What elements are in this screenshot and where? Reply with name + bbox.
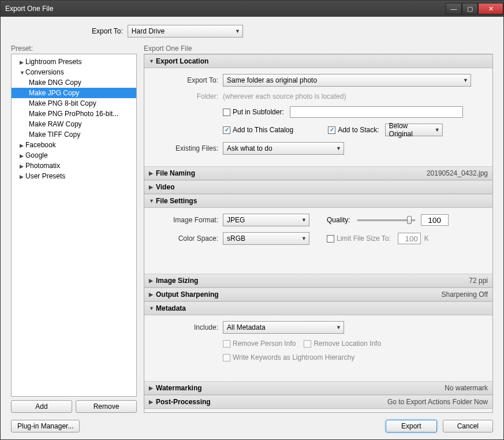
remove-preset-button[interactable]: Remove <box>76 400 137 413</box>
maximize-button[interactable]: ▢ <box>462 3 478 14</box>
settings-column: Export One File ▼ Export Location Export… <box>144 44 493 413</box>
image-format-dropdown[interactable]: JPEG ▼ <box>223 214 309 226</box>
export-to-dropdown[interactable]: Hard Drive ▼ <box>128 25 243 38</box>
subfolder-input[interactable] <box>290 106 463 118</box>
section-header-file-naming[interactable]: ▶ File Naming 20190524_0432.jpg <box>144 166 492 180</box>
preset-group-photomatix[interactable]: ▶Photomatix <box>12 161 136 171</box>
chevron-down-icon: ▼ <box>301 236 307 241</box>
disclosure-right-icon: ▶ <box>149 385 156 391</box>
slider-track <box>357 219 415 221</box>
quality-input[interactable] <box>421 214 449 226</box>
limit-file-size-label: Limit File Size To: <box>337 234 391 243</box>
export-button[interactable]: Export <box>386 420 437 432</box>
add-to-stack-checkbox[interactable] <box>328 126 335 134</box>
preset-group-user[interactable]: ▶User Presets <box>12 171 136 181</box>
titlebar[interactable]: Export One File — ▢ ✕ <box>1 1 503 17</box>
add-to-catalog-label: Add to This Catalog <box>233 126 293 134</box>
post-processing-summary: Go to Export Actions Folder Now <box>387 398 488 406</box>
section-header-image-sizing[interactable]: ▶ Image Sizing 72 ppi <box>144 274 492 288</box>
preset-scroll[interactable]: ▶Lightroom Presets ▼Conversions Make DNG… <box>12 54 136 396</box>
section-header-video[interactable]: ▶ Video <box>144 180 492 194</box>
disclosure-right-icon: ▶ <box>20 153 25 159</box>
limit-unit: K <box>424 234 429 243</box>
section-body: Include: All Metadata ▼ Remove Person In… <box>144 315 492 381</box>
export-to-value: Hard Drive <box>132 27 165 35</box>
close-button[interactable]: ✕ <box>478 3 503 14</box>
section-header-watermarking[interactable]: ▶ Watermarking No watermark <box>144 381 492 395</box>
watermarking-summary: No watermark <box>445 384 488 392</box>
preset-group-conversions[interactable]: ▼Conversions <box>12 67 136 77</box>
disclosure-right-icon: ▶ <box>149 170 156 176</box>
preset-group-facebook[interactable]: ▶Facebook <box>12 140 136 150</box>
section-header-file-settings[interactable]: ▼ File Settings <box>144 194 492 208</box>
write-keywords-checkbox[interactable] <box>223 354 230 361</box>
location-export-to-dropdown[interactable]: Same folder as original photo ▼ <box>223 74 471 87</box>
section-export-location: ▼ Export Location Export To: Same folder… <box>144 54 492 166</box>
minimize-button[interactable]: — <box>446 3 462 14</box>
chevron-down-icon: ▼ <box>235 28 240 34</box>
disclosure-down-icon: ▼ <box>149 305 156 311</box>
disclosure-right-icon: ▶ <box>20 163 25 169</box>
preset-item[interactable]: Make TIFF Copy <box>12 129 136 140</box>
write-keywords-label: Write Keywords as Lightroom Hierarchy <box>233 353 354 361</box>
preset-tree: ▶Lightroom Presets ▼Conversions Make DNG… <box>12 54 136 184</box>
stack-position-dropdown[interactable]: Below Original ▼ <box>385 124 443 136</box>
dialog-content: Export To: Hard Drive ▼ Preset: ▶Lightro… <box>1 17 503 439</box>
remove-location-checkbox[interactable] <box>304 340 311 348</box>
preset-item[interactable]: Make DNG Copy <box>12 77 136 88</box>
section-header-output-sharpening[interactable]: ▶ Output Sharpening Sharpening Off <box>144 288 492 301</box>
field-label: Export To: <box>155 76 218 84</box>
limit-file-size-input[interactable] <box>398 233 421 244</box>
add-preset-button[interactable]: Add <box>11 400 72 413</box>
settings-panel[interactable]: ▼ Export Location Export To: Same folder… <box>144 54 493 413</box>
put-in-subfolder-checkbox[interactable] <box>223 109 230 116</box>
disclosure-down-icon: ▼ <box>149 58 156 64</box>
section-body: Export To: Same folder as original photo… <box>144 68 492 166</box>
cancel-button[interactable]: Cancel <box>443 420 493 432</box>
export-to-label: Export To: <box>92 27 123 35</box>
section-header-export-location[interactable]: ▼ Export Location <box>144 54 492 68</box>
disclosure-right-icon: ▶ <box>20 174 25 180</box>
section-metadata: ▼ Metadata Include: All Metadata ▼ <box>144 301 492 381</box>
preset-label: Preset: <box>11 44 137 53</box>
field-label: Existing Files: <box>155 144 218 152</box>
remove-person-checkbox[interactable] <box>223 340 230 348</box>
section-header-post-processing[interactable]: ▶ Post-Processing Go to Export Actions F… <box>144 395 492 409</box>
put-in-subfolder-label: Put in Subfolder: <box>233 108 284 116</box>
preset-item[interactable]: Make PNG 8-bit Copy <box>12 98 136 109</box>
disclosure-right-icon: ▶ <box>149 184 156 190</box>
quality-slider[interactable] <box>357 214 415 226</box>
section-file-settings: ▼ File Settings Image Format: JPEG ▼ <box>144 194 492 274</box>
window-controls: — ▢ ✕ <box>446 3 503 14</box>
disclosure-right-icon: ▶ <box>149 292 156 297</box>
remove-location-label: Remove Location Info <box>313 340 381 348</box>
chevron-down-icon: ▼ <box>336 325 341 330</box>
field-label: Color Space: <box>155 234 218 243</box>
existing-files-dropdown[interactable]: Ask what to do ▼ <box>223 142 344 155</box>
field-label: Image Format: <box>155 216 218 224</box>
preset-item[interactable]: Make RAW Copy <box>12 119 136 129</box>
file-naming-summary: 20190524_0432.jpg <box>427 169 488 177</box>
chevron-down-icon: ▼ <box>435 127 440 133</box>
metadata-include-dropdown[interactable]: All Metadata ▼ <box>223 321 344 334</box>
disclosure-right-icon: ▶ <box>149 278 156 284</box>
color-space-dropdown[interactable]: sRGB ▼ <box>223 232 309 245</box>
slider-thumb[interactable] <box>407 216 412 224</box>
preset-item-selected[interactable]: Make JPG Copy <box>12 88 136 98</box>
remove-person-label: Remove Person Info <box>233 340 296 348</box>
preset-item[interactable]: Make PNG ProPhoto 16-bit... <box>12 109 136 119</box>
field-label: Include: <box>155 323 218 331</box>
limit-file-size-checkbox[interactable] <box>327 235 334 243</box>
section-body: Image Format: JPEG ▼ Quality: <box>144 208 492 274</box>
plugin-manager-button[interactable]: Plug-in Manager... <box>11 420 80 432</box>
add-to-catalog-checkbox[interactable] <box>223 126 230 134</box>
settings-label: Export One File <box>144 44 493 53</box>
preset-group-google[interactable]: ▶Google <box>12 150 136 161</box>
chevron-down-icon: ▼ <box>301 217 307 223</box>
preset-group-lightroom[interactable]: ▶Lightroom Presets <box>12 57 136 67</box>
window-title: Export One File <box>5 5 446 13</box>
image-sizing-summary: 72 ppi <box>469 277 488 285</box>
section-header-metadata[interactable]: ▼ Metadata <box>144 301 492 315</box>
disclosure-down-icon: ▼ <box>20 70 25 76</box>
output-sharpening-summary: Sharpening Off <box>441 290 488 299</box>
